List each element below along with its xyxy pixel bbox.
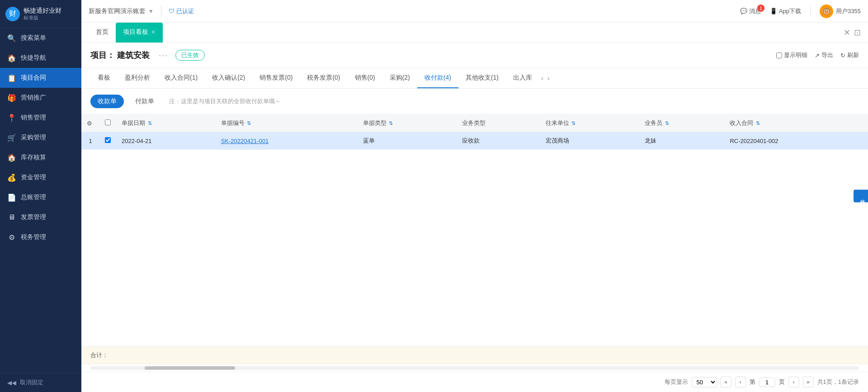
subtab-btn-1[interactable]: 付款单 <box>127 94 162 109</box>
sidebar: 财 畅捷通好业财 标准版 🔍 搜索菜单 🏠 快捷导航 📋 项目合同 🎁 营销推广… <box>0 0 81 392</box>
sidebar-icon-0: 🔍 <box>7 33 16 43</box>
sidebar-item-0[interactable]: 🔍 搜索菜单 <box>0 28 81 48</box>
message-icon: 💬 <box>740 8 747 14</box>
subnav-item-1[interactable]: 盈利分析 <box>118 68 157 88</box>
select-all-checkbox[interactable] <box>105 120 111 125</box>
contract-column-header[interactable]: 收入合同 ⇅ <box>724 115 868 132</box>
sidebar-icon-10: ⚙ <box>7 233 16 242</box>
company-sort-icon: ⇅ <box>571 120 576 126</box>
subnav-item-2[interactable]: 收入合同(1) <box>157 68 205 88</box>
horizontal-scrollbar[interactable] <box>81 364 868 372</box>
subnav-item-9[interactable]: 其他收支(1) <box>458 68 506 88</box>
subnav-prev-arrow[interactable]: ‹ <box>539 74 545 82</box>
messages-button[interactable]: 💬 消息 1 <box>740 7 761 15</box>
show-detail-checkbox[interactable]: 显示明细 <box>776 51 807 59</box>
salesperson-column-header[interactable]: 业务员 ⇅ <box>639 115 724 132</box>
row-checkbox[interactable] <box>105 137 111 143</box>
sidebar-item-4[interactable]: 📍 销售管理 <box>0 108 81 128</box>
table-row[interactable]: 1 2022-04-21 SK-20220421-001 蓝单 应收款 宏茂商场… <box>81 132 868 150</box>
subnav-item-5[interactable]: 税务发票(0) <box>300 68 347 88</box>
content-area: 项目： 建筑安装 ··· 已生效 显示明细 ↗ 导出 ↻ 刷新 <box>81 43 868 392</box>
row-number-cell[interactable]: SK-20220421-001 <box>216 132 358 150</box>
sidebar-label-4: 销售管理 <box>21 114 46 122</box>
tabbar-controls: ✕ ⊡ <box>844 28 861 38</box>
subnav: 看板盈利分析收入合同(1)收入确认(2)销售发票(0)税务发票(0)销售(0)采… <box>81 68 868 89</box>
project-selector[interactable]: 新服务官网演示账套 ▼ <box>89 7 154 15</box>
sidebar-icon-4: 📍 <box>7 113 16 122</box>
logo-text: 畅捷通好业财 标准版 <box>24 6 61 21</box>
export-icon: ↗ <box>815 52 820 59</box>
user-menu[interactable]: 🐵 用户3355 <box>820 5 861 18</box>
sidebar-item-8[interactable]: 📄 总账管理 <box>0 187 81 207</box>
subnav-item-10[interactable]: 出入库 <box>506 68 539 88</box>
subnav-item-4[interactable]: 销售发票(0) <box>252 68 300 88</box>
project-title: 项目： 建筑安装 <box>90 50 150 61</box>
company-column-header[interactable]: 往来单位 ⇅ <box>540 115 640 132</box>
number-sort-icon: ⇅ <box>247 120 251 126</box>
app-download-button[interactable]: 📱 App下载 <box>770 7 801 15</box>
topbar-divider-2 <box>810 6 811 17</box>
sidebar-label-6: 库存核算 <box>21 153 46 162</box>
scrollbar-thumb[interactable] <box>145 366 235 370</box>
subnav-item-8[interactable]: 收付款(4) <box>417 68 458 88</box>
settings-column-header[interactable]: ⚙ <box>81 115 99 132</box>
sidebar-item-2[interactable]: 📋 项目合同 <box>0 68 81 88</box>
tab-close-icon[interactable]: ✕ <box>151 29 156 35</box>
message-badge: 1 <box>757 5 764 12</box>
sidebar-item-9[interactable]: 🖥 发票管理 <box>0 207 81 227</box>
refresh-icon: ↻ <box>840 52 845 59</box>
subnav-item-0[interactable]: 看板 <box>90 68 118 88</box>
date-column-header[interactable]: 单据日期 ⇅ <box>116 115 216 132</box>
type-column-header[interactable]: 单据类型 ⇅ <box>358 115 457 132</box>
page-number-input[interactable] <box>759 378 775 387</box>
sidebar-item-7[interactable]: 💰 资金管理 <box>0 167 81 187</box>
phone-icon: 📱 <box>770 8 777 14</box>
tab-project-board[interactable]: 项目看板 ✕ <box>116 23 163 43</box>
main-content: 新服务官网演示账套 ▼ 🛡 已认证 💬 消息 1 📱 App下载 🐵 用户335… <box>81 0 868 392</box>
first-page-button[interactable]: « <box>721 377 731 387</box>
refresh-button[interactable]: ↻ 刷新 <box>840 51 859 59</box>
sidebar-label-0: 搜索菜单 <box>21 34 46 42</box>
table-body: 1 2022-04-21 SK-20220421-001 蓝单 应收款 宏茂商场… <box>81 132 868 150</box>
show-detail-input[interactable] <box>776 53 782 58</box>
sidebar-item-5[interactable]: 🛒 采购管理 <box>0 128 81 148</box>
sidebar-item-3[interactable]: 🎁 营销推广 <box>0 88 81 108</box>
number-column-header[interactable]: 单据编号 ⇅ <box>216 115 358 132</box>
topbar-divider-1 <box>161 6 161 17</box>
per-page-select[interactable]: 50 100 200 <box>692 377 717 387</box>
subtab-btn-0[interactable]: 收款单 <box>90 95 124 108</box>
sidebar-item-10[interactable]: ⚙ 税务管理 <box>0 227 81 247</box>
sidebar-label-9: 发票管理 <box>21 213 46 221</box>
last-page-button[interactable]: » <box>803 377 814 387</box>
sidebar-scroll: 🔍 搜索菜单 🏠 快捷导航 📋 项目合同 🎁 营销推广 📍 销售管理 🛒 采购管… <box>0 28 81 373</box>
tab-home[interactable]: 首页 <box>89 23 116 43</box>
table-footer: 合计： <box>81 346 868 364</box>
project-status-badge: 已生效 <box>175 50 205 61</box>
prev-page-button[interactable]: ‹ <box>735 377 746 387</box>
subnav-next-arrow[interactable]: › <box>545 74 551 82</box>
next-page-button[interactable]: › <box>788 377 799 387</box>
biz-type-column-header: 业务类型 <box>457 115 540 132</box>
subnav-item-3[interactable]: 收入确认(2) <box>205 68 252 88</box>
subnav-item-7[interactable]: 采购(2) <box>382 68 417 88</box>
certified-badge: 🛡 已认证 <box>169 7 194 15</box>
topbar: 新服务官网演示账套 ▼ 🛡 已认证 💬 消息 1 📱 App下载 🐵 用户335… <box>81 0 868 23</box>
row-checkbox-cell[interactable] <box>99 132 116 150</box>
maximize-window-button[interactable]: ⊡ <box>854 28 861 38</box>
sidebar-unpin-button[interactable]: ◀◀ 取消固定 <box>0 373 81 392</box>
feedback-button[interactable]: 反馈 <box>854 190 868 202</box>
close-window-button[interactable]: ✕ <box>844 28 850 38</box>
shield-icon: 🛡 <box>169 8 175 14</box>
row-date: 2022-04-21 <box>116 132 216 150</box>
dropdown-icon: ▼ <box>148 8 154 14</box>
project-more-button[interactable]: ··· <box>159 51 168 60</box>
export-button[interactable]: ↗ 导出 <box>815 51 833 59</box>
sidebar-item-1[interactable]: 🏠 快捷导航 <box>0 48 81 68</box>
salesperson-sort-icon: ⇅ <box>665 120 669 126</box>
subnav-item-6[interactable]: 销售(0) <box>348 68 382 88</box>
sidebar-label-3: 营销推广 <box>21 94 46 102</box>
sidebar-item-6[interactable]: 🏠 库存核算 <box>0 148 81 167</box>
row-company: 宏茂商场 <box>540 132 640 150</box>
sidebar-label-5: 采购管理 <box>21 134 46 142</box>
sidebar-icon-2: 📋 <box>7 73 16 82</box>
